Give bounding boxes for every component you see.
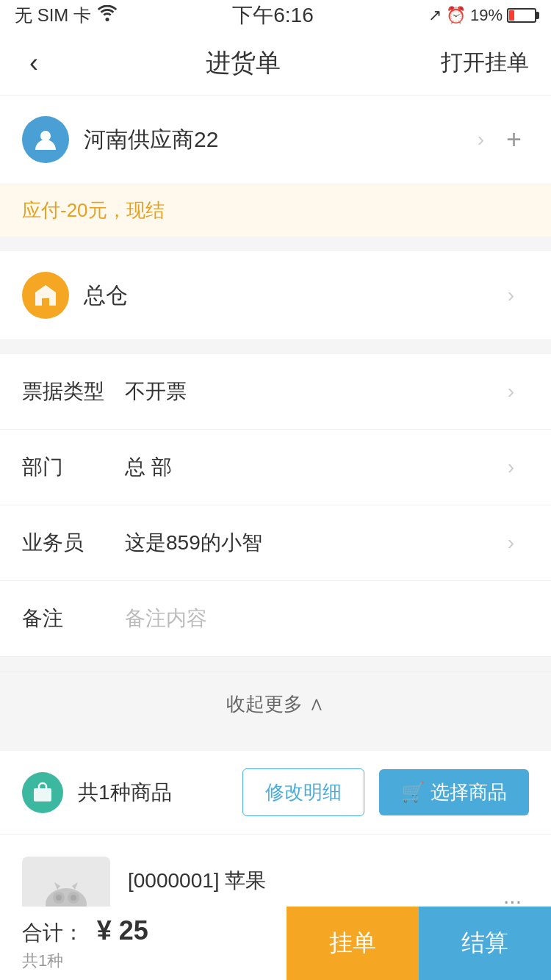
department-chevron-icon: › (508, 455, 514, 479)
products-header: 共1种商品 修改明细 🛒 选择商品 (0, 751, 551, 835)
salesperson-label: 业务员 (22, 529, 110, 557)
department-label: 部门 (22, 453, 110, 481)
supplier-card: 河南供应商22 › + 应付-20元，现结 (0, 96, 551, 237)
open-hang-button[interactable]: 打开挂单 (441, 48, 529, 78)
back-button[interactable]: ‹ (22, 40, 46, 86)
remark-row[interactable]: 备注 备注内容 (0, 581, 551, 657)
status-right: ↗ ⏰ 19% (428, 6, 536, 25)
department-value: 总 部 (110, 453, 508, 481)
invoice-chevron-icon: › (508, 380, 514, 403)
battery-icon (507, 8, 536, 23)
supplier-row[interactable]: 河南供应商22 › + (0, 96, 551, 184)
checkout-button[interactable]: 结算 (419, 907, 551, 980)
supplier-chevron-icon: › (478, 128, 484, 151)
total-section: 合计： ¥ 25 共1种 (0, 915, 287, 972)
department-row[interactable]: 部门 总 部 › (0, 430, 551, 505)
svg-rect-1 (42, 298, 49, 306)
supplier-name: 河南供应商22 (84, 125, 478, 155)
salesperson-row[interactable]: 业务员 这是859的小智 › (0, 505, 551, 581)
select-icon: 🛒 (401, 781, 425, 804)
collapse-bar[interactable]: 收起更多 ∧ (0, 671, 551, 736)
supplier-notice: 应付-20元，现结 (0, 184, 551, 237)
warehouse-name: 总仓 (84, 281, 508, 311)
svg-point-6 (56, 895, 62, 901)
status-left: 无 SIM 卡 (15, 4, 118, 27)
products-count-label: 共1种商品 (78, 779, 242, 807)
warehouse-card[interactable]: 总仓 › (0, 251, 551, 339)
modify-detail-button[interactable]: 修改明细 (242, 768, 364, 816)
warehouse-chevron-icon: › (508, 284, 514, 307)
content-area: 河南供应商22 › + 应付-20元，现结 总仓 › 票据类型 不开票 › 部门… (0, 96, 551, 980)
salesperson-chevron-icon: › (508, 531, 514, 555)
remark-placeholder: 备注内容 (110, 605, 529, 633)
select-btn-label: 选择商品 (431, 779, 507, 805)
alarm-icon: ⏰ (446, 6, 466, 25)
svg-rect-2 (34, 788, 51, 801)
carrier-text: 无 SIM 卡 (15, 4, 91, 27)
total-count: 共1种 (22, 950, 264, 972)
hang-order-button[interactable]: 挂单 (287, 907, 419, 980)
form-card: 票据类型 不开票 › 部门 总 部 › 业务员 这是859的小智 › 备注 备注… (0, 354, 551, 657)
add-supplier-button[interactable]: + (499, 124, 529, 155)
invoice-value: 不开票 (110, 378, 508, 406)
products-icon (22, 772, 63, 813)
location-icon: ↗ (428, 6, 442, 25)
total-label: 合计： (22, 921, 84, 944)
nav-bar: ‹ 进货单 打开挂单 (0, 31, 551, 96)
remark-label: 备注 (22, 605, 110, 633)
product-name: [0000001] 苹果 (128, 867, 496, 895)
status-bar: 无 SIM 卡 下午6:16 ↗ ⏰ 19% (0, 0, 551, 31)
salesperson-value: 这是859的小智 (110, 529, 508, 557)
status-time: 下午6:16 (232, 1, 314, 29)
page-title: 进货单 (206, 46, 281, 80)
invoice-type-row[interactable]: 票据类型 不开票 › (0, 354, 551, 430)
svg-point-0 (40, 131, 51, 141)
invoice-label: 票据类型 (22, 378, 110, 406)
select-product-button[interactable]: 🛒 选择商品 (379, 769, 529, 815)
total-amount: ¥ 25 (97, 915, 148, 946)
bottom-bar: 合计： ¥ 25 共1种 挂单 结算 (0, 907, 551, 980)
wifi-icon (97, 5, 118, 26)
battery-percent: 19% (470, 6, 503, 25)
svg-point-7 (71, 895, 76, 901)
warehouse-icon (22, 272, 69, 319)
supplier-avatar (22, 116, 69, 163)
